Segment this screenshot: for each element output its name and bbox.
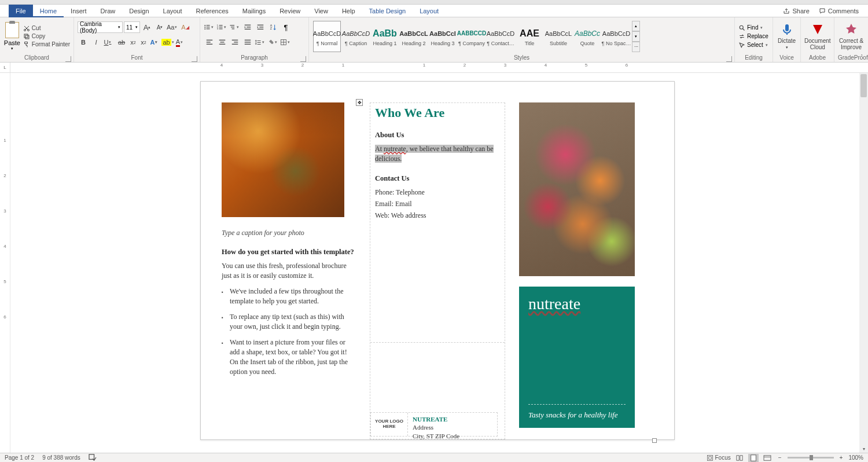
dictate-button[interactable]: Dictate▾ [777,23,797,50]
style---caption[interactable]: AaBbCcD¶ Caption [342,21,370,52]
styles-gallery[interactable]: AaBbCcD¶ NormalAaBbCcD¶ CaptionAaBbHeadi… [312,20,631,53]
tab-references[interactable]: References [189,5,236,17]
tab-design[interactable]: Design [122,5,156,17]
brochure-panel-1[interactable]: Type a caption for your photo How do you… [222,102,356,439]
font-name-combo[interactable]: Cambria (Body)▾ [78,21,123,33]
tab-table-layout[interactable]: Layout [413,5,446,17]
tab-draw[interactable]: Draw [94,5,123,17]
tab-home[interactable]: Home [33,5,64,17]
panel3-title-box[interactable]: nutreate Tasty snacks for a healthy life [519,287,635,428]
shading-button[interactable]: ▾ [267,36,279,48]
numbering-button[interactable]: 123▾ [216,21,228,33]
style-subtitle[interactable]: AaBbCcLSubtitle [545,21,572,52]
tab-help[interactable]: Help [335,5,362,17]
read-mode-button[interactable] [734,454,745,462]
panel1-caption[interactable]: Type a caption for your photo [222,229,356,237]
increase-indent-button[interactable] [255,21,266,33]
style-quote[interactable]: AaBbCcQuote [573,21,601,52]
panel1-body[interactable]: You can use this fresh, professional bro… [222,261,356,281]
style-heading-1[interactable]: AaBbHeading 1 [371,21,399,52]
scroll-down-arrow[interactable]: ▾ [859,445,868,453]
subscript-button[interactable]: x2 [128,36,138,48]
styles-scroll-down[interactable]: ▾ [632,31,640,42]
contact-phone[interactable]: Phone: Telephone [375,188,500,197]
tab-insert[interactable]: Insert [64,5,94,17]
sort-button[interactable]: AZ [267,21,279,33]
zoom-level[interactable]: 100% [848,454,863,461]
share-button[interactable]: Share [779,8,812,14]
panel3-brand-title[interactable]: nutreate [528,295,626,313]
show-marks-button[interactable]: ¶ [280,21,292,33]
styles-scroll-up[interactable]: ▴ [632,21,640,31]
comments-button[interactable]: Comments [815,8,862,14]
about-us-heading[interactable]: About Us [375,131,500,140]
panel3-photo[interactable] [519,102,635,276]
horizontal-ruler[interactable]: L 4321123456 [0,63,868,73]
status-words[interactable]: 9 of 388 words [42,454,80,461]
line-spacing-button[interactable]: ▾ [255,36,266,48]
panel3-tagline[interactable]: Tasty snacks for a healthy life [528,410,626,420]
vertical-ruler[interactable]: 123456 [0,73,10,453]
ruler-corner[interactable]: L [0,63,10,72]
style-heading-2[interactable]: AaBbCcLHeading 2 [400,21,428,52]
scroll-thumb[interactable] [860,74,867,97]
contact-email[interactable]: Email: Email [375,199,500,209]
document-cloud-button[interactable]: Document Cloud [804,23,831,50]
zoom-out-button[interactable]: − [776,454,784,461]
format-painter-button[interactable]: Format Painter [23,41,70,48]
font-color-button[interactable]: A▾ [175,36,186,48]
address-brand[interactable]: NUTREATE [413,415,492,423]
bold-button[interactable]: B [78,36,89,48]
address-block[interactable]: YOUR LOGO HERE NUTREATE Address City, ST… [370,412,498,437]
style---no-spac-[interactable]: AaBbCcD¶ No Spac… [602,21,630,52]
panel1-bullet-3[interactable]: Want to insert a picture from your files… [230,338,356,377]
address-line-1[interactable]: Address [413,423,492,431]
document-page[interactable]: ✥ Type a caption for your photo How do y… [200,81,675,440]
style-heading-3[interactable]: AaBbCcIHeading 3 [429,21,457,52]
bullets-button[interactable]: ▾ [204,21,215,33]
address-line-2[interactable]: City, ST ZIP Code [413,432,492,440]
italic-button[interactable]: I [90,36,102,48]
paragraph-dialog-launcher[interactable] [300,56,306,62]
brochure-panel-2[interactable]: Who We Are About Us At nutreate, we beli… [370,102,505,439]
tab-mailings[interactable]: Mailings [236,5,273,17]
tab-review[interactable]: Review [273,5,307,17]
contact-web[interactable]: Web: Web address [375,211,500,221]
zoom-slider[interactable] [788,457,834,459]
focus-mode-button[interactable]: Focus [707,454,731,461]
table-resize-handle[interactable] [652,438,657,443]
collapse-ribbon-button[interactable]: ˄ [858,53,866,61]
web-layout-button[interactable] [762,454,773,462]
font-size-combo[interactable]: 11▾ [124,21,140,33]
print-layout-button[interactable] [748,454,759,462]
logo-placeholder[interactable]: YOUR LOGO HERE [371,413,408,436]
style-title[interactable]: AAETitle [516,21,543,52]
underline-button[interactable]: U▾ [103,36,115,48]
panel1-bullet-2[interactable]: To replace any tip text (such as this) w… [230,312,356,332]
cut-button[interactable]: Cut [23,25,70,32]
replace-button[interactable]: Replace [738,33,770,40]
correct-improve-button[interactable]: Correct & Improve [838,23,865,50]
justify-button[interactable] [242,36,253,48]
borders-button[interactable]: ▾ [280,36,292,48]
font-dialog-launcher[interactable] [192,56,197,62]
brochure-panel-3[interactable]: nutreate Tasty snacks for a healthy life [519,102,653,439]
clear-formatting-button[interactable]: A◢ [179,21,191,33]
contact-us-heading[interactable]: Contact Us [375,174,500,183]
tab-view[interactable]: View [307,5,335,17]
superscript-button[interactable]: x2 [139,36,148,48]
style---contact-[interactable]: AaBbCcD¶ Contact… [487,21,514,52]
paste-button[interactable]: Paste ▾ [3,22,21,51]
styles-dialog-launcher[interactable] [726,56,732,62]
align-right-button[interactable] [229,36,241,48]
align-left-button[interactable] [204,36,215,48]
find-button[interactable]: Find▾ [738,24,770,31]
highlight-button[interactable]: ab▾ [162,36,174,48]
clipboard-dialog-launcher[interactable] [65,56,71,62]
panel1-bullet-1[interactable]: We've included a few tips throughout the… [230,287,356,306]
copy-button[interactable]: Copy [23,33,70,40]
decrease-indent-button[interactable] [242,21,253,33]
grow-font-button[interactable]: A▴ [141,21,153,33]
change-case-button[interactable]: Aa▾ [167,21,178,33]
vertical-scrollbar[interactable]: ▴ ▾ [859,73,868,453]
